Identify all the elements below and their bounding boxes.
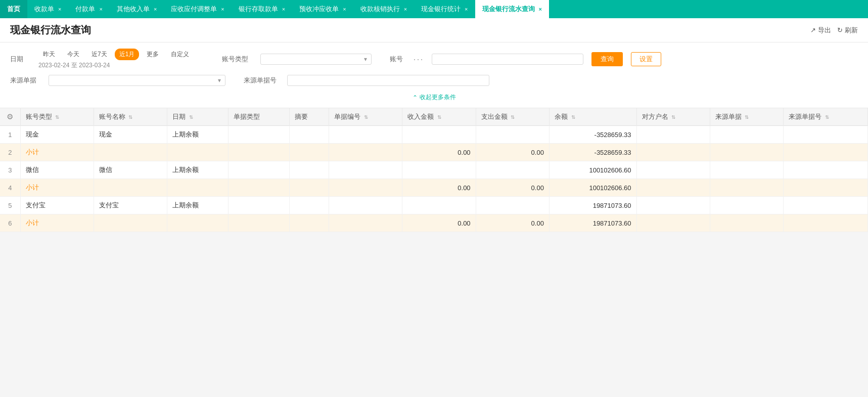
account-type-dropdown-icon: ▾ bbox=[364, 56, 367, 63]
cell-expense bbox=[476, 161, 549, 179]
table-row: 6小计0.000.0019871073.60 bbox=[0, 214, 868, 232]
sort-income-icon[interactable]: ⇅ bbox=[437, 114, 441, 120]
close-bank-deposit-icon[interactable]: × bbox=[282, 0, 285, 18]
refresh-button[interactable]: ↻ 刷新 bbox=[837, 26, 858, 35]
nav-item-ar-ap-adjust[interactable]: 应收应付调整单 × bbox=[164, 0, 231, 18]
collapse-bar[interactable]: ⌃ 收起更多条件 bbox=[10, 91, 858, 102]
cell-source_doc_no bbox=[784, 144, 868, 161]
source-doc-select[interactable]: ▾ bbox=[49, 75, 225, 86]
settings-button[interactable]: 设置 bbox=[631, 52, 661, 66]
date-opt-today[interactable]: 今天 bbox=[63, 49, 84, 60]
col-expense: 支出金额 ⇅ bbox=[476, 108, 549, 126]
sort-source-doc-icon[interactable]: ⇅ bbox=[745, 114, 749, 120]
cell-counterpart bbox=[636, 126, 710, 144]
cell-account_type: 支付宝 bbox=[20, 197, 94, 214]
cell-summary bbox=[290, 144, 329, 161]
nav-home[interactable]: 首页 bbox=[0, 0, 27, 18]
nav-item-other-income[interactable]: 其他收入单 × bbox=[110, 0, 164, 18]
filter-row-2: 来源单据 ▾ 来源单据号 bbox=[10, 75, 858, 86]
col-doc-no: 单据编号 ⇅ bbox=[329, 108, 402, 126]
col-account-name: 账号名称 ⇅ bbox=[94, 108, 167, 126]
cell-counterpart bbox=[636, 214, 710, 232]
nav-item-payments[interactable]: 付款单 × bbox=[68, 0, 109, 18]
nav-item-bank-deposit[interactable]: 银行存取款单 × bbox=[232, 0, 292, 18]
cell-doc_type bbox=[229, 197, 290, 214]
close-stats-icon[interactable]: × bbox=[465, 0, 468, 18]
cell-account_name: 微信 bbox=[94, 161, 167, 179]
table-row: 5支付宝支付宝上期余额19871073.60 bbox=[0, 197, 868, 214]
cell-source_doc bbox=[710, 126, 783, 144]
nav-item-receipts[interactable]: 收款单 × bbox=[27, 0, 68, 18]
col-date: 日期 ⇅ bbox=[167, 108, 229, 126]
cell-expense bbox=[476, 197, 549, 214]
nav-item-collection-exec[interactable]: 收款核销执行 × bbox=[353, 0, 414, 18]
refresh-icon: ↻ bbox=[837, 26, 843, 34]
col-account-type: 账号类型 ⇅ bbox=[20, 108, 94, 126]
gear-icon[interactable]: ⚙ bbox=[7, 112, 13, 121]
cell-income: 0.00 bbox=[402, 144, 476, 161]
cell-source_doc bbox=[710, 214, 783, 232]
date-opt-1month[interactable]: 近1月 bbox=[115, 49, 140, 60]
cell-account_type: 小计 bbox=[20, 144, 94, 161]
cell-expense bbox=[476, 126, 549, 144]
close-payments-icon[interactable]: × bbox=[99, 0, 102, 18]
cell-doc_type bbox=[229, 179, 290, 197]
query-button[interactable]: 查询 bbox=[591, 52, 623, 66]
close-cashflow-icon[interactable]: × bbox=[539, 0, 542, 18]
table-row: 2小计0.000.00-3528659.33 bbox=[0, 144, 868, 161]
cell-doc_no bbox=[329, 214, 402, 232]
cell-summary bbox=[290, 214, 329, 232]
sort-account-type-icon[interactable]: ⇅ bbox=[55, 114, 59, 120]
cell-account_type: 小计 bbox=[20, 179, 94, 197]
sort-source-doc-no-icon[interactable]: ⇅ bbox=[825, 114, 829, 120]
col-gear: ⚙ bbox=[0, 108, 20, 126]
sort-date-icon[interactable]: ⇅ bbox=[189, 114, 193, 120]
cell-date bbox=[167, 214, 229, 232]
cell-balance: -3528659.33 bbox=[549, 126, 636, 144]
account-input[interactable] bbox=[432, 54, 583, 65]
cell-income bbox=[402, 197, 476, 214]
sort-doc-no-icon[interactable]: ⇅ bbox=[364, 114, 368, 120]
cell-expense: 0.00 bbox=[476, 179, 549, 197]
close-ar-ap-icon[interactable]: × bbox=[221, 0, 224, 18]
cell-counterpart bbox=[636, 179, 710, 197]
close-other-income-icon[interactable]: × bbox=[154, 0, 157, 18]
nav-item-cash-bank-stats[interactable]: 现金银行统计 × bbox=[414, 0, 475, 18]
account-dots[interactable]: ··· bbox=[413, 54, 424, 65]
account-type-select[interactable]: ▾ bbox=[260, 54, 372, 65]
cell-source_doc bbox=[710, 144, 783, 161]
top-navigation: 首页 收款单 × 付款单 × 其他收入单 × 应收应付调整单 × 银行存取款单 … bbox=[0, 0, 868, 18]
close-advance-icon[interactable]: × bbox=[343, 0, 346, 18]
cell-balance: -3528659.33 bbox=[549, 144, 636, 161]
col-source-doc: 来源单据 ⇅ bbox=[710, 108, 783, 126]
nav-item-cash-flow[interactable]: 现金银行流水查询 × bbox=[475, 0, 549, 18]
cell-counterpart bbox=[636, 197, 710, 214]
cell-account_type: 微信 bbox=[20, 161, 94, 179]
close-collection-icon[interactable]: × bbox=[404, 0, 407, 18]
cell-date: 上期余额 bbox=[167, 126, 229, 144]
date-opt-yesterday[interactable]: 昨天 bbox=[38, 49, 60, 60]
export-button[interactable]: ↗ 导出 bbox=[810, 26, 831, 35]
source-doc-no-input[interactable] bbox=[287, 75, 489, 86]
sort-expense-icon[interactable]: ⇅ bbox=[511, 114, 515, 120]
cell-counterpart bbox=[636, 161, 710, 179]
date-opt-custom[interactable]: 自定义 bbox=[166, 49, 194, 60]
cell-counterpart bbox=[636, 144, 710, 161]
table-header-row: ⚙ 账号类型 ⇅ 账号名称 ⇅ 日期 ⇅ 单据类型 摘要 单据编号 ⇅ 收入金额… bbox=[0, 108, 868, 126]
cell-source_doc bbox=[710, 161, 783, 179]
close-receipts-icon[interactable]: × bbox=[58, 0, 61, 18]
cell-date: 上期余额 bbox=[167, 161, 229, 179]
date-options-group: 昨天 今天 近7天 近1月 更多 自定义 2023-02-24 至 2023-0… bbox=[38, 49, 194, 70]
source-doc-no-label: 来源单据号 bbox=[244, 76, 279, 85]
nav-item-advance-offset[interactable]: 预收冲应收单 × bbox=[292, 0, 353, 18]
date-opt-7days[interactable]: 近7天 bbox=[87, 49, 112, 60]
cell-no: 6 bbox=[0, 214, 20, 232]
cell-doc_no bbox=[329, 126, 402, 144]
sort-account-name-icon[interactable]: ⇅ bbox=[128, 114, 132, 120]
sort-balance-icon[interactable]: ⇅ bbox=[571, 114, 575, 120]
cell-source_doc_no bbox=[784, 126, 868, 144]
date-range-display: 2023-02-24 至 2023-03-24 bbox=[38, 61, 194, 70]
sort-counterpart-icon[interactable]: ⇅ bbox=[671, 114, 675, 120]
date-opt-more[interactable]: 更多 bbox=[142, 49, 163, 60]
cell-doc_no bbox=[329, 179, 402, 197]
